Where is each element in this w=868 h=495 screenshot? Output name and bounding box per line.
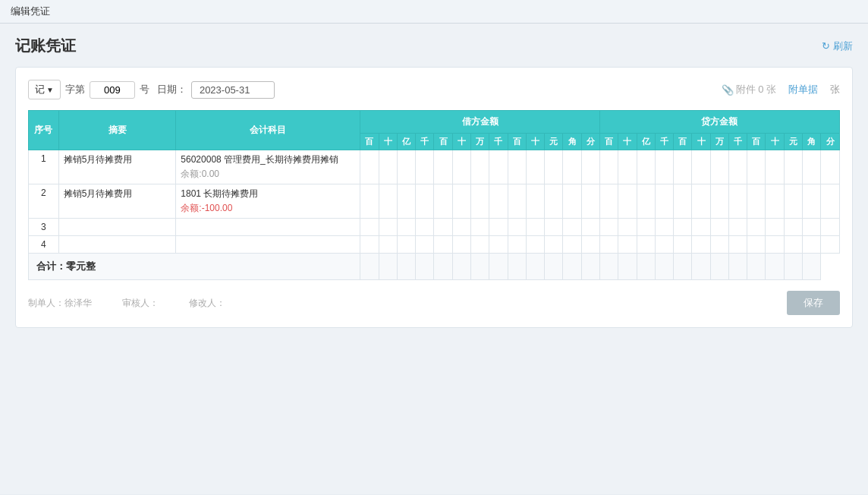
voucher-number-input[interactable] — [90, 81, 135, 99]
row-3-amount-cell-21[interactable] — [747, 236, 766, 254]
row-1-amount-cell-1[interactable] — [379, 184, 397, 219]
row-3-amount-cell-2[interactable] — [397, 236, 415, 254]
row-3-summary[interactable] — [58, 236, 176, 254]
row-2-amount-cell-13[interactable] — [599, 219, 618, 236]
row-1-amount-cell-10[interactable] — [545, 184, 563, 219]
attach-single-label[interactable]: 附单据 — [788, 83, 818, 96]
row-2-amount-cell-17[interactable] — [674, 219, 692, 236]
row-0-amount-cell-19[interactable] — [710, 150, 728, 184]
row-2-amount-cell-11[interactable] — [563, 219, 581, 236]
row-3-amount-cell-14[interactable] — [618, 236, 637, 254]
row-3-amount-cell-17[interactable] — [674, 236, 692, 254]
row-1-amount-cell-21[interactable] — [747, 184, 766, 219]
row-1-amount-cell-0[interactable] — [360, 184, 379, 219]
row-2-amount-cell-20[interactable] — [728, 219, 747, 236]
row-0-amount-cell-5[interactable] — [452, 150, 470, 184]
row-1-amount-cell-15[interactable] — [637, 184, 655, 219]
row-0-amount-cell-8[interactable] — [508, 150, 526, 184]
row-0-amount-cell-2[interactable] — [397, 150, 415, 184]
row-3-amount-cell-6[interactable] — [470, 236, 489, 254]
row-2-amount-cell-2[interactable] — [397, 219, 415, 236]
row-0-amount-cell-10[interactable] — [545, 150, 563, 184]
row-1-amount-cell-24[interactable] — [803, 184, 821, 219]
row-1-summary[interactable]: 摊销5月待摊费用 — [58, 184, 176, 219]
row-0-amount-cell-15[interactable] — [637, 150, 655, 184]
row-0-amount-cell-20[interactable] — [728, 150, 747, 184]
row-0-amount-cell-1[interactable] — [379, 150, 397, 184]
row-3-amount-cell-13[interactable] — [599, 236, 618, 254]
row-3-amount-cell-10[interactable] — [545, 236, 563, 254]
row-0-amount-cell-17[interactable] — [674, 150, 692, 184]
row-0-amount-cell-4[interactable] — [434, 150, 452, 184]
voucher-type-select[interactable]: 记 ▼ — [28, 80, 61, 99]
row-3-amount-cell-8[interactable] — [508, 236, 526, 254]
row-1-amount-cell-14[interactable] — [618, 184, 637, 219]
row-0-amount-cell-7[interactable] — [489, 150, 508, 184]
row-2-amount-cell-4[interactable] — [434, 219, 452, 236]
row-2-summary[interactable] — [58, 219, 176, 236]
row-2-amount-cell-0[interactable] — [360, 219, 379, 236]
row-2-amount-cell-24[interactable] — [803, 219, 821, 236]
row-3-amount-cell-20[interactable] — [728, 236, 747, 254]
row-0-amount-cell-0[interactable] — [360, 150, 379, 184]
row-1-amount-cell-11[interactable] — [563, 184, 581, 219]
row-2-amount-cell-7[interactable] — [489, 219, 508, 236]
refresh-button[interactable]: ↻ 刷新 — [822, 39, 853, 53]
row-3-amount-cell-3[interactable] — [416, 236, 434, 254]
row-3-amount-cell-22[interactable] — [766, 236, 784, 254]
row-3-amount-cell-24[interactable] — [803, 236, 821, 254]
row-3-amount-cell-7[interactable] — [489, 236, 508, 254]
row-2-amount-cell-15[interactable] — [637, 219, 655, 236]
row-2-amount-cell-12[interactable] — [581, 219, 599, 236]
row-0-amount-cell-13[interactable] — [599, 150, 618, 184]
row-1-amount-cell-20[interactable] — [728, 184, 747, 219]
row-3-amount-cell-19[interactable] — [710, 236, 728, 254]
row-2-amount-cell-10[interactable] — [545, 219, 563, 236]
row-2-amount-cell-21[interactable] — [747, 219, 766, 236]
row-0-amount-cell-25[interactable] — [821, 150, 840, 184]
row-3-amount-cell-18[interactable] — [692, 236, 710, 254]
row-1-amount-cell-9[interactable] — [526, 184, 544, 219]
row-1-amount-cell-4[interactable] — [434, 184, 452, 219]
row-2-amount-cell-14[interactable] — [618, 219, 637, 236]
row-3-amount-cell-25[interactable] — [821, 236, 840, 254]
row-1-amount-cell-16[interactable] — [655, 184, 673, 219]
row-1-amount-cell-22[interactable] — [766, 184, 784, 219]
row-0-amount-cell-24[interactable] — [803, 150, 821, 184]
row-1-amount-cell-13[interactable] — [599, 184, 618, 219]
row-1-account[interactable]: 1801 长期待摊费用余额:-100.00 — [176, 184, 360, 219]
row-0-amount-cell-12[interactable] — [581, 150, 599, 184]
row-1-amount-cell-18[interactable] — [692, 184, 710, 219]
row-2-amount-cell-5[interactable] — [452, 219, 470, 236]
row-2-account[interactable] — [176, 219, 360, 236]
row-0-amount-cell-22[interactable] — [766, 150, 784, 184]
row-2-amount-cell-23[interactable] — [784, 219, 802, 236]
row-1-amount-cell-2[interactable] — [397, 184, 415, 219]
row-3-amount-cell-23[interactable] — [784, 236, 802, 254]
row-1-amount-cell-17[interactable] — [674, 184, 692, 219]
row-3-amount-cell-15[interactable] — [637, 236, 655, 254]
row-0-amount-cell-23[interactable] — [784, 150, 802, 184]
row-1-amount-cell-3[interactable] — [416, 184, 434, 219]
row-2-amount-cell-25[interactable] — [821, 219, 840, 236]
row-1-amount-cell-23[interactable] — [784, 184, 802, 219]
row-0-amount-cell-16[interactable] — [655, 150, 673, 184]
row-3-amount-cell-5[interactable] — [452, 236, 470, 254]
row-3-amount-cell-9[interactable] — [526, 236, 544, 254]
row-1-amount-cell-25[interactable] — [821, 184, 840, 219]
row-1-amount-cell-5[interactable] — [452, 184, 470, 219]
row-1-amount-cell-6[interactable] — [470, 184, 489, 219]
row-2-amount-cell-18[interactable] — [692, 219, 710, 236]
row-3-amount-cell-1[interactable] — [379, 236, 397, 254]
save-button[interactable]: 保存 — [787, 291, 840, 315]
row-1-amount-cell-19[interactable] — [710, 184, 728, 219]
attachment-link[interactable]: 📎 附件 0 张 — [722, 83, 776, 96]
row-3-amount-cell-0[interactable] — [360, 236, 379, 254]
row-2-amount-cell-8[interactable] — [508, 219, 526, 236]
row-0-amount-cell-14[interactable] — [618, 150, 637, 184]
row-2-amount-cell-3[interactable] — [416, 219, 434, 236]
row-0-summary[interactable]: 摊销5月待摊费用 — [58, 150, 176, 184]
row-0-amount-cell-18[interactable] — [692, 150, 710, 184]
row-2-amount-cell-19[interactable] — [710, 219, 728, 236]
row-1-amount-cell-8[interactable] — [508, 184, 526, 219]
